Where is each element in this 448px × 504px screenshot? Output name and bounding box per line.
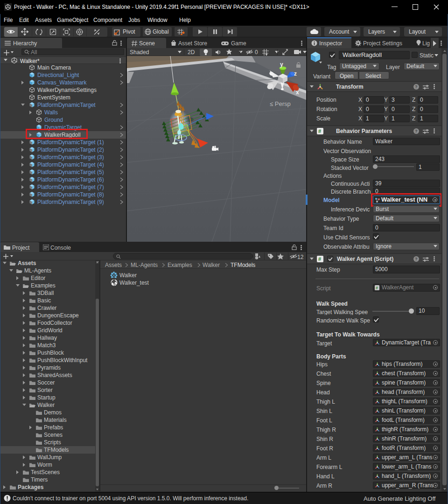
- svg-text:#: #: [318, 128, 321, 134]
- svg-text:y: y: [280, 61, 283, 68]
- svg-text:≤ Persp: ≤ Persp: [270, 100, 291, 107]
- svg-text:x: x: [296, 89, 299, 96]
- svg-text:#: #: [376, 286, 378, 290]
- svg-text:#: #: [318, 256, 321, 262]
- svg-text:z: z: [294, 70, 297, 77]
